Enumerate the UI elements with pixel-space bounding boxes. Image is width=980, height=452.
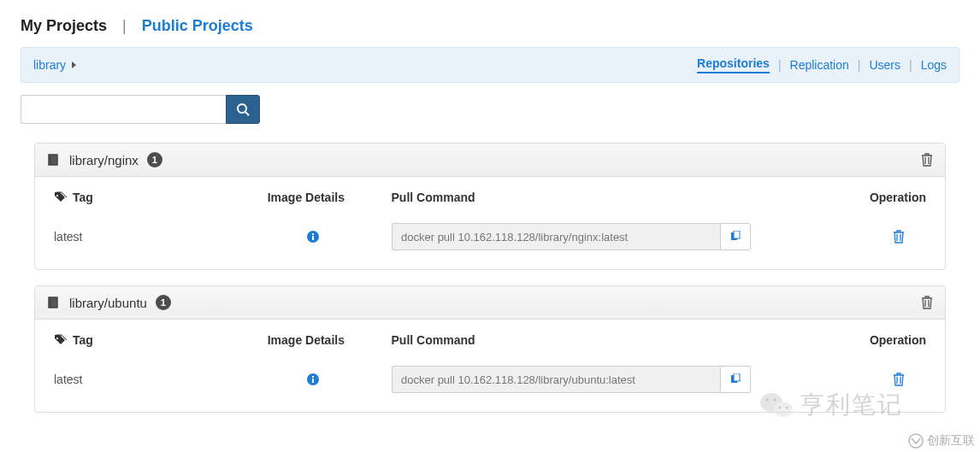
svg-rect-3: [312, 236, 314, 240]
pull-command-field[interactable]: [392, 366, 720, 393]
col-details-label: Image Details: [268, 191, 345, 204]
svg-rect-6: [734, 231, 740, 238]
svg-rect-11: [734, 373, 740, 381]
tag-count-badge: 1: [156, 295, 171, 310]
tag-count-badge: 1: [147, 152, 162, 167]
tag-row: latest: [54, 223, 926, 250]
breadcrumb[interactable]: library: [33, 58, 78, 72]
repo-panel: library/ubuntu 1 Tag Image Details Pull …: [34, 285, 946, 413]
trash-icon: [893, 373, 905, 386]
col-operation-label: Operation: [870, 333, 926, 347]
columns-header: Tag Image Details Pull Command Operation: [54, 191, 926, 204]
book-icon: [47, 296, 61, 309]
delete-tag-button[interactable]: [893, 230, 905, 244]
copy-pull-button[interactable]: [720, 366, 751, 393]
repo-panel: library/nginx 1 Tag Image Details Pull C…: [34, 143, 946, 270]
image-details-button[interactable]: [307, 373, 319, 385]
copy-icon: [729, 231, 741, 243]
col-operation-label: Operation: [870, 191, 926, 204]
svg-rect-4: [312, 233, 314, 235]
book-icon: [47, 153, 61, 167]
breadcrumb-root[interactable]: library: [33, 58, 66, 72]
tab-public-projects[interactable]: Public Projects: [142, 17, 253, 35]
copy-pull-button[interactable]: [720, 223, 751, 250]
subnav-users[interactable]: Users: [869, 58, 900, 72]
info-icon: [307, 231, 319, 243]
copy-icon: [729, 373, 741, 385]
col-pull-label: Pull Command: [392, 333, 475, 347]
svg-rect-9: [312, 376, 314, 378]
search-icon: [236, 103, 250, 116]
repo-name: library/ubuntu: [69, 296, 147, 310]
repo-name: library/nginx: [69, 153, 139, 167]
tag-name: latest: [54, 373, 82, 386]
subnav-replication[interactable]: Replication: [790, 58, 849, 72]
delete-repo-button[interactable]: [921, 153, 933, 167]
columns-header: Tag Image Details Pull Command Operation: [54, 333, 926, 347]
pull-command-group: [392, 223, 751, 250]
project-subnav: Repositories | Replication | Users | Log…: [697, 56, 947, 73]
col-pull-label: Pull Command: [392, 191, 475, 204]
trash-icon: [893, 230, 905, 244]
tags-icon: [54, 334, 68, 346]
search-bar: [21, 95, 959, 124]
repo-header[interactable]: library/ubuntu 1: [35, 286, 945, 320]
tags-icon: [54, 191, 68, 203]
tab-my-projects[interactable]: My Projects: [21, 17, 107, 35]
pull-command-group: [392, 366, 751, 393]
trash-icon: [921, 153, 933, 167]
tab-separator: |: [122, 17, 127, 35]
trash-icon: [921, 296, 933, 309]
image-details-button[interactable]: [307, 231, 319, 243]
col-tag-label: Tag: [73, 333, 93, 347]
pull-command-field[interactable]: [392, 223, 720, 250]
info-icon: [307, 373, 319, 385]
svg-line-1: [245, 112, 249, 115]
delete-tag-button[interactable]: [893, 373, 905, 386]
svg-rect-8: [312, 379, 314, 383]
repo-header[interactable]: library/nginx 1: [35, 144, 945, 177]
project-scope-tabs: My Projects | Public Projects: [21, 17, 959, 35]
col-details-label: Image Details: [268, 333, 345, 347]
subnav-bar: library Repositories | Replication | Use…: [21, 47, 959, 83]
subnav-repositories[interactable]: Repositories: [697, 56, 770, 73]
search-input[interactable]: [21, 95, 226, 124]
subnav-logs[interactable]: Logs: [921, 58, 947, 72]
tag-row: latest: [54, 366, 926, 393]
delete-repo-button[interactable]: [921, 296, 933, 309]
tag-name: latest: [54, 230, 82, 244]
svg-point-0: [238, 104, 246, 113]
col-tag-label: Tag: [73, 191, 93, 204]
chevron-right-icon: [71, 61, 78, 69]
search-button[interactable]: [226, 95, 260, 124]
